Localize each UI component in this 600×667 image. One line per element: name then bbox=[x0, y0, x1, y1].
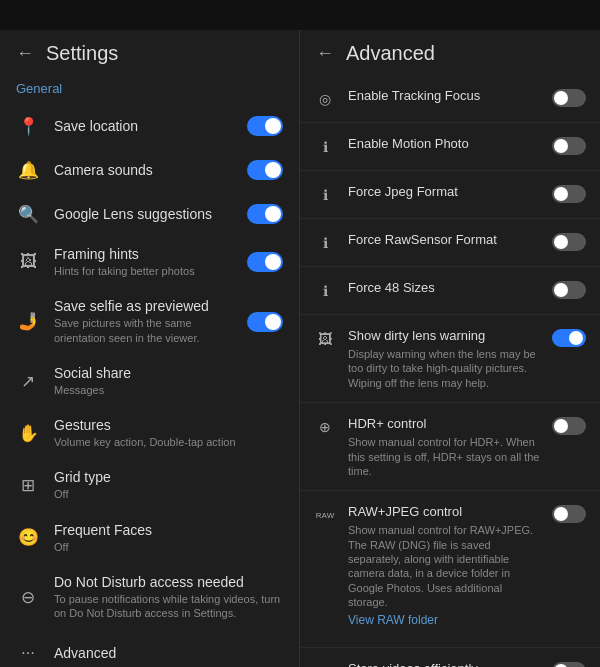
right-item-text: Force RawSensor Format bbox=[348, 231, 540, 249]
left-settings-item[interactable]: ↗Social shareMessages bbox=[0, 355, 299, 407]
right-item-text: RAW+JPEG controlShow manual control for … bbox=[348, 503, 540, 635]
general-section-label: General bbox=[0, 77, 299, 104]
divider bbox=[300, 170, 600, 171]
left-toggle[interactable] bbox=[247, 204, 283, 224]
right-settings-item[interactable]: ℹForce Jpeg Format bbox=[300, 173, 600, 216]
left-toggle[interactable] bbox=[247, 252, 283, 272]
right-back-arrow[interactable]: ← bbox=[316, 43, 334, 64]
left-item-title: Do Not Disturb access needed bbox=[54, 574, 283, 590]
right-item-text: Store videos efficientlyUse H.265/HEVC f… bbox=[348, 660, 540, 667]
right-item-title: HDR+ control bbox=[348, 415, 540, 433]
main-content: ← Settings General 📍Save location🔔Camera… bbox=[0, 30, 600, 667]
divider bbox=[300, 647, 600, 648]
top-bar bbox=[0, 0, 600, 30]
right-toggle[interactable] bbox=[552, 662, 586, 667]
divider bbox=[300, 122, 600, 123]
left-settings-item[interactable]: 🖼Framing hintsHints for taking better ph… bbox=[0, 236, 299, 288]
right-toggle[interactable] bbox=[552, 233, 586, 251]
right-settings-item[interactable]: ℹEnable Motion Photo bbox=[300, 125, 600, 168]
left-toggle[interactable] bbox=[247, 116, 283, 136]
right-item-title: Force RawSensor Format bbox=[348, 231, 540, 249]
right-item-subtitle: Show manual control for HDR+. When this … bbox=[348, 435, 540, 478]
left-items-container: 📍Save location🔔Camera sounds🔍Google Lens… bbox=[0, 104, 299, 667]
right-item-icon: 🖼 bbox=[314, 328, 336, 350]
view-raw-folder-link[interactable]: View RAW folder bbox=[348, 609, 540, 635]
left-item-title: Framing hints bbox=[54, 246, 233, 262]
right-item-title: Force 48 Sizes bbox=[348, 279, 540, 297]
left-item-text: Save location bbox=[54, 118, 233, 134]
left-item-title: Camera sounds bbox=[54, 162, 233, 178]
left-item-subtitle: Volume key action, Double-tap action bbox=[54, 435, 283, 449]
right-items-container: ◎Enable Tracking FocusℹEnable Motion Pho… bbox=[300, 77, 600, 667]
left-item-text: Grid typeOff bbox=[54, 469, 283, 501]
right-item-icon: HEVC bbox=[314, 661, 336, 667]
right-item-text: Show dirty lens warningDisplay warning w… bbox=[348, 327, 540, 390]
right-item-subtitle: Display warning when the lens may be too… bbox=[348, 347, 540, 390]
right-item-title: Store videos efficiently bbox=[348, 660, 540, 667]
left-settings-item[interactable]: ✋GesturesVolume key action, Double-tap a… bbox=[0, 407, 299, 459]
right-toggle[interactable] bbox=[552, 89, 586, 107]
left-item-text: GesturesVolume key action, Double-tap ac… bbox=[54, 417, 283, 449]
right-settings-item[interactable]: ℹForce 48 Sizes bbox=[300, 269, 600, 312]
left-settings-item[interactable]: 🔔Camera sounds bbox=[0, 148, 299, 192]
left-settings-item[interactable]: ⊞Grid typeOff bbox=[0, 459, 299, 511]
left-item-title: Google Lens suggestions bbox=[54, 206, 233, 222]
left-panel-header: ← Settings bbox=[0, 30, 299, 77]
left-settings-item[interactable]: 🤳Save selfie as previewedSave pictures w… bbox=[0, 288, 299, 355]
left-item-title: Gestures bbox=[54, 417, 283, 433]
left-settings-item[interactable]: 😊Frequent FacesOff bbox=[0, 512, 299, 564]
divider bbox=[300, 266, 600, 267]
left-item-icon: ✋ bbox=[16, 421, 40, 445]
right-settings-item[interactable]: RAWRAW+JPEG controlShow manual control f… bbox=[300, 493, 600, 645]
divider bbox=[300, 218, 600, 219]
right-toggle[interactable] bbox=[552, 505, 586, 523]
left-item-subtitle: Messages bbox=[54, 383, 283, 397]
right-item-title: Enable Motion Photo bbox=[348, 135, 540, 153]
left-item-text: Do Not Disturb access neededTo pause not… bbox=[54, 574, 283, 621]
right-item-icon: ⊕ bbox=[314, 416, 336, 438]
left-item-icon: 🔍 bbox=[16, 202, 40, 226]
right-item-text: Enable Tracking Focus bbox=[348, 87, 540, 105]
right-settings-item[interactable]: HEVCStore videos efficientlyUse H.265/HE… bbox=[300, 650, 600, 667]
divider bbox=[300, 402, 600, 403]
right-item-icon: RAW bbox=[314, 504, 336, 526]
left-panel-title: Settings bbox=[46, 42, 118, 65]
divider bbox=[300, 490, 600, 491]
left-item-icon: ⊞ bbox=[16, 474, 40, 498]
left-item-icon: 📍 bbox=[16, 114, 40, 138]
left-item-text: Camera sounds bbox=[54, 162, 233, 178]
right-toggle[interactable] bbox=[552, 137, 586, 155]
right-toggle[interactable] bbox=[552, 281, 586, 299]
right-item-text: Force 48 Sizes bbox=[348, 279, 540, 297]
left-item-text: Social shareMessages bbox=[54, 365, 283, 397]
left-toggle[interactable] bbox=[247, 160, 283, 180]
right-item-text: HDR+ controlShow manual control for HDR+… bbox=[348, 415, 540, 478]
left-toggle[interactable] bbox=[247, 312, 283, 332]
left-settings-item[interactable]: ⊖Do Not Disturb access neededTo pause no… bbox=[0, 564, 299, 631]
left-item-title: Save location bbox=[54, 118, 233, 134]
right-settings-item[interactable]: ⊕HDR+ controlShow manual control for HDR… bbox=[300, 405, 600, 488]
right-item-title: RAW+JPEG control bbox=[348, 503, 540, 521]
right-settings-item[interactable]: 🖼Show dirty lens warningDisplay warning … bbox=[300, 317, 600, 400]
left-item-subtitle: To pause notifications while taking vide… bbox=[54, 592, 283, 621]
left-settings-item[interactable]: ···Advanced bbox=[0, 631, 299, 667]
left-item-text: Google Lens suggestions bbox=[54, 206, 233, 222]
left-item-icon: 😊 bbox=[16, 526, 40, 550]
left-item-icon: ··· bbox=[16, 641, 40, 665]
right-toggle[interactable] bbox=[552, 329, 586, 347]
right-item-text: Enable Motion Photo bbox=[348, 135, 540, 153]
left-settings-item[interactable]: 🔍Google Lens suggestions bbox=[0, 192, 299, 236]
left-back-arrow[interactable]: ← bbox=[16, 43, 34, 64]
right-toggle[interactable] bbox=[552, 185, 586, 203]
left-item-subtitle: Hints for taking better photos bbox=[54, 264, 233, 278]
right-settings-item[interactable]: ℹForce RawSensor Format bbox=[300, 221, 600, 264]
left-settings-item[interactable]: 📍Save location bbox=[0, 104, 299, 148]
left-item-text: Save selfie as previewedSave pictures wi… bbox=[54, 298, 233, 345]
left-item-title: Grid type bbox=[54, 469, 283, 485]
right-settings-item[interactable]: ◎Enable Tracking Focus bbox=[300, 77, 600, 120]
right-item-icon: ◎ bbox=[314, 88, 336, 110]
left-item-icon: 🖼 bbox=[16, 250, 40, 274]
right-item-icon: ℹ bbox=[314, 136, 336, 158]
left-item-text: Advanced bbox=[54, 645, 283, 661]
right-toggle[interactable] bbox=[552, 417, 586, 435]
